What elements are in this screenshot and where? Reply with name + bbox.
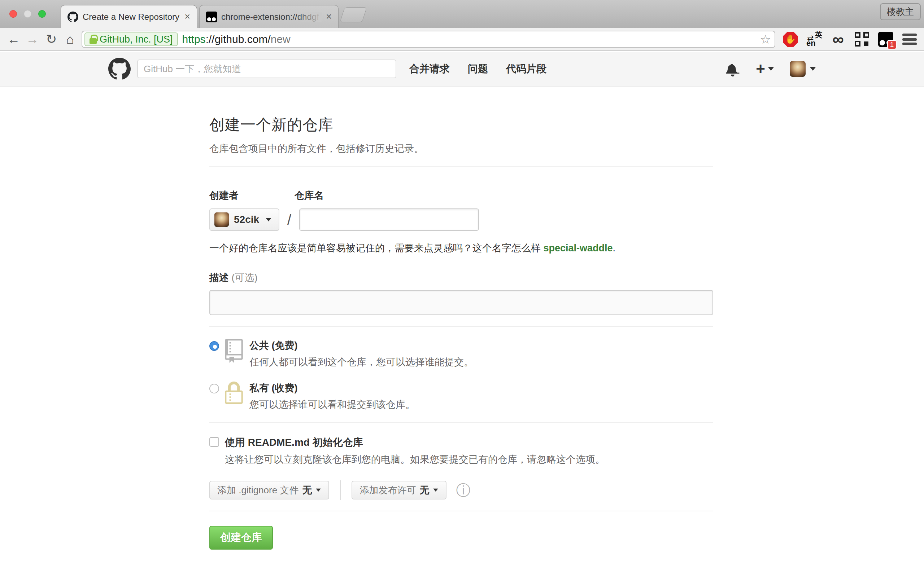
chrome-menu-icon[interactable] (901, 31, 918, 47)
tampermonkey-extension-icon[interactable]: 1 (878, 31, 894, 47)
close-tab-icon[interactable]: × (326, 12, 332, 22)
minimize-window-button[interactable] (24, 10, 31, 18)
close-tab-icon[interactable]: × (184, 12, 190, 22)
avatar (215, 213, 229, 227)
window-titlebar: Create a New Repository × chrome-extensi… (0, 0, 924, 28)
repo-book-icon (225, 339, 243, 363)
repo-name-hint: 一个好的仓库名应该是简单容易被记住的，需要来点灵感吗？这个名字怎么样 speci… (209, 242, 713, 255)
zoom-window-button[interactable] (38, 10, 46, 18)
browser-toolbar: ← → ↻ ⌂ GitHub, Inc. [US] https ://githu… (0, 28, 924, 51)
private-option-row[interactable]: 私有 (收费) 您可以选择谁可以看和提交到该仓库。 (209, 382, 713, 411)
close-window-button[interactable] (10, 10, 17, 18)
tab-title: Create a New Repository (82, 12, 180, 22)
vertical-divider (340, 480, 341, 500)
public-option-row[interactable]: 公共 (免费) 任何人都可以看到这个仓库，您可以选择谁能提交。 (209, 339, 713, 369)
owner-repo-separator: / (287, 212, 291, 228)
lock-icon (89, 35, 97, 44)
bookmark-star-icon[interactable]: ☆ (760, 32, 771, 47)
github-logo-icon[interactable] (108, 58, 131, 80)
translate-extension-icon[interactable]: 英 en ⇄ (806, 31, 822, 47)
private-option-title: 私有 (收费) (249, 382, 415, 395)
url-text: https ://github.com/ new (182, 33, 291, 45)
url-path: new (271, 33, 291, 45)
visibility-options: 公共 (免费) 任何人都可以看到这个仓库，您可以选择谁能提交。 私有 (收费) … (209, 339, 713, 411)
owner-name: 52cik (234, 214, 259, 226)
description-label: 描述 (209, 272, 229, 283)
hand-icon: ✋ (785, 34, 796, 44)
license-value: 无 (419, 484, 429, 496)
public-option-title: 公共 (免费) (249, 339, 473, 352)
user-menu-button[interactable] (790, 61, 816, 77)
github-favicon (68, 11, 78, 23)
adblock-extension-icon[interactable]: ✋ (782, 31, 798, 47)
divider (209, 422, 713, 423)
caret-down-icon (433, 488, 439, 492)
divider (209, 326, 713, 327)
divider (209, 166, 713, 167)
public-radio[interactable] (209, 341, 219, 351)
description-optional-note: (可选) (232, 272, 258, 283)
loop-extension-icon[interactable]: ∞ (830, 31, 846, 47)
private-option-desc: 您可以选择谁可以看和提交到该仓库。 (249, 398, 415, 411)
readme-option-row[interactable]: 使用 README.md 初始化仓库 这将让您可以立刻克隆该仓库到您的电脑。如果… (209, 436, 713, 466)
ev-badge-label: GitHub, Inc. [US] (100, 34, 173, 45)
github-header: 合并请求 问题 代码片段 + (0, 52, 924, 87)
divider (209, 511, 713, 511)
new-menu-button[interactable]: + (756, 61, 774, 77)
nav-gists[interactable]: 代码片段 (506, 62, 546, 76)
page-subtitle: 仓库包含项目中的所有文件，包括修订历史记录。 (209, 142, 713, 155)
description-input[interactable] (209, 290, 713, 315)
caret-down-icon (810, 67, 816, 71)
lock-icon (225, 382, 243, 405)
suggested-name-link[interactable]: special-waddle (544, 243, 613, 253)
ev-certificate-badge[interactable]: GitHub, Inc. [US] (84, 32, 178, 46)
forward-icon[interactable]: → (23, 33, 42, 46)
new-repository-page: 创建一个新的仓库 仓库包含项目中的所有文件，包括修订历史记录。 创建者 仓库名 … (0, 87, 924, 577)
readme-option-desc: 这将让您可以立刻克隆该仓库到您的电脑。如果您要提交已有的仓库，请忽略这个选项。 (225, 453, 605, 466)
window-controls (10, 10, 46, 18)
avatar (790, 61, 806, 77)
reload-icon[interactable]: ↻ (42, 33, 61, 46)
back-icon[interactable]: ← (4, 33, 23, 46)
page-title: 创建一个新的仓库 (209, 115, 713, 135)
extension-icons: ✋ 英 en ⇄ ∞ 1 (782, 31, 918, 47)
gitignore-dropdown-button[interactable]: 添加 .gitignore 文件 无 (209, 481, 329, 500)
search-input[interactable] (137, 60, 396, 78)
url-scheme: https (182, 33, 206, 45)
browser-profile-button[interactable]: 楼教主 (880, 3, 921, 20)
qrcode-extension-icon[interactable] (854, 31, 870, 47)
plus-icon: + (756, 61, 765, 77)
owner-label: 创建者 (209, 189, 294, 202)
readme-option-title: 使用 README.md 初始化仓库 (225, 436, 605, 449)
extension-badge: 1 (887, 40, 897, 49)
owner-select-button[interactable]: 52cik (209, 208, 279, 231)
nav-issues[interactable]: 问题 (468, 62, 488, 76)
caret-down-icon (316, 488, 321, 492)
caret-down-icon (266, 218, 271, 221)
address-bar[interactable]: GitHub, Inc. [US] https ://github.com/ n… (82, 31, 775, 48)
tab-title-fade (296, 12, 321, 22)
license-dropdown-button[interactable]: 添加发布许可 无 (352, 481, 446, 500)
home-icon[interactable]: ⌂ (61, 33, 79, 46)
info-icon[interactable]: ⓘ (456, 483, 470, 497)
readme-checkbox[interactable] (209, 437, 219, 447)
license-label: 添加发布许可 (360, 484, 416, 496)
create-repository-button[interactable]: 创建仓库 (209, 526, 273, 550)
caret-down-icon (768, 67, 774, 71)
repository-name-input[interactable] (299, 208, 479, 231)
new-tab-button[interactable] (340, 7, 367, 23)
profile-name: 楼教主 (887, 6, 914, 18)
public-option-desc: 任何人都可以看到这个仓库，您可以选择谁能提交。 (249, 356, 473, 369)
github-nav: 合并请求 问题 代码片段 (409, 62, 546, 76)
tab-create-repository[interactable]: Create a New Repository × (61, 5, 197, 28)
repo-name-label: 仓库名 (294, 189, 324, 202)
notifications-bell-icon[interactable] (725, 61, 740, 76)
nav-pull-requests[interactable]: 合并请求 (409, 62, 450, 76)
private-radio[interactable] (209, 384, 219, 393)
tab-chrome-extension[interactable]: chrome-extension://dhdgf × (199, 5, 339, 28)
gitignore-label: 添加 .gitignore 文件 (217, 484, 299, 496)
extension-favicon (206, 11, 217, 23)
url-host: ://github.com/ (206, 33, 271, 45)
gitignore-value: 无 (302, 484, 312, 496)
